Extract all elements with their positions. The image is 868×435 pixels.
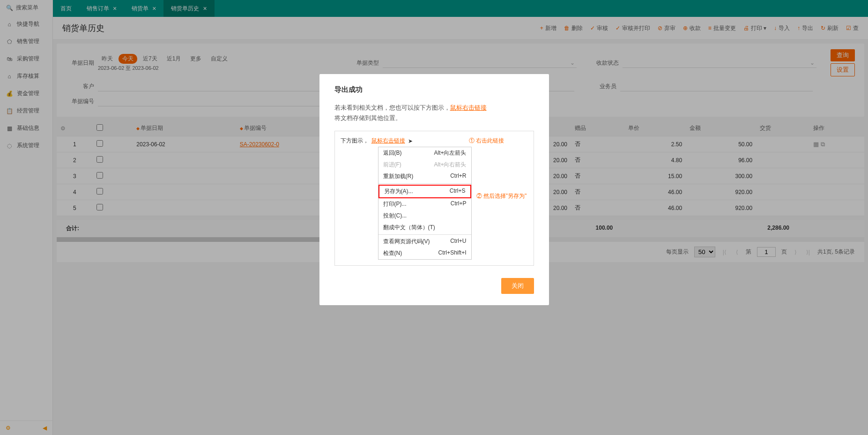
instruction-image: 下方图示， 鼠标右击链接 ➤ ① 右击此链接 返回(B)Alt+向左箭头 前进(… (334, 131, 534, 266)
context-menu-example: 返回(B)Alt+向左箭头 前进(F)Alt+向右箭头 重新加载(R)Ctrl+… (378, 147, 472, 260)
close-button[interactable]: 关闭 (501, 278, 534, 294)
ctx-menu-item: 投射(C)... (378, 210, 471, 222)
modal-desc: 若未看到相关文档，您也可以按下方图示，鼠标右击链接 将文档存储到其他位置。 (334, 103, 534, 123)
ctx-menu-item: 返回(B)Alt+向左箭头 (378, 147, 471, 159)
ctx-menu-item: 前进(F)Alt+向右箭头 (378, 159, 471, 171)
ctx-menu-item: 重新加载(R)Ctrl+R (378, 171, 471, 182)
right-click-link[interactable]: 鼠标右击链接 (450, 104, 487, 111)
export-success-modal: 导出成功 若未看到相关文档，您也可以按下方图示，鼠标右击链接 将文档存储到其他位… (319, 74, 549, 305)
example-link: 鼠标右击链接 (371, 137, 405, 145)
step1-note: ① 右击此链接 (469, 137, 504, 145)
cursor-icon: ➤ (408, 138, 413, 144)
ctx-menu-item: 翻成中文（简体）(T) (378, 222, 471, 233)
step2-note: ② 然后选择"另存为" (476, 192, 527, 200)
modal-title: 导出成功 (334, 85, 534, 94)
ctx-menu-item: 另存为(A)...Ctrl+S (378, 185, 471, 198)
modal-overlay[interactable]: 导出成功 若未看到相关文档，您也可以按下方图示，鼠标右击链接 将文档存储到其他位… (0, 0, 868, 435)
ctx-menu-item: 打印(P)...Ctrl+P (378, 198, 471, 210)
ctx-menu-item: 查看网页源代码(V)Ctrl+U (378, 236, 471, 248)
ctx-menu-item: 检查(N)Ctrl+Shift+I (378, 248, 471, 259)
